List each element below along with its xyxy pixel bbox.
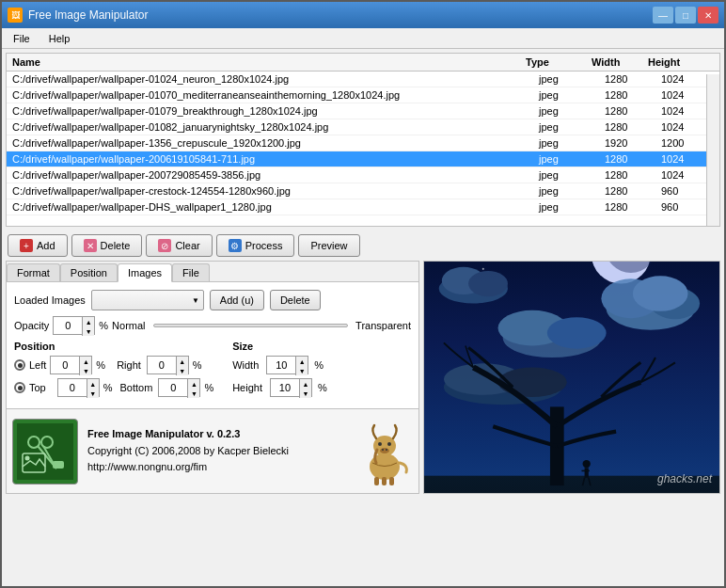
mascot (356, 416, 413, 486)
loaded-images-dropdown[interactable]: ▼ (91, 290, 204, 310)
bottom-spinner[interactable]: 0 ▲ ▼ (158, 378, 200, 397)
title-bar-left: 🖼 Free Image Manipulator (8, 8, 148, 23)
right-arrows[interactable]: ▲ ▼ (176, 357, 188, 375)
bottom-pct: % (204, 382, 213, 393)
top-arrows[interactable]: ▲ ▼ (87, 379, 99, 398)
col-name: Name (10, 56, 524, 69)
height-label: Height (232, 382, 262, 393)
right-spinner[interactable]: 0 ▲ ▼ (147, 356, 189, 374)
left-arrows[interactable]: ▲ ▼ (79, 357, 91, 375)
opacity-spinner[interactable]: 0 ▲ ▼ (53, 316, 95, 335)
process-button[interactable]: ⚙ Process (216, 234, 295, 257)
top-down[interactable]: ▼ (87, 389, 99, 398)
tab-format[interactable]: Format (7, 263, 60, 281)
close-button[interactable]: ✕ (698, 7, 718, 24)
width-label: Width (232, 359, 259, 371)
width-arrows[interactable]: ▲ ▼ (295, 357, 308, 375)
opacity-slider[interactable] (153, 324, 349, 327)
height-spinner[interactable]: 10 ▲ ▼ (270, 378, 312, 397)
svg-rect-48 (585, 468, 589, 477)
left-up[interactable]: ▲ (80, 357, 91, 366)
tab-position[interactable]: Position (60, 263, 118, 281)
cell-width: 1280 (603, 105, 659, 117)
table-row[interactable]: C:/drivef/wallpaper/wallpaper-1356_crepu… (7, 135, 719, 151)
table-row[interactable]: C:/drivef/wallpaper/wallpaper-01070_medi… (7, 87, 719, 103)
opacity-value: 0 (54, 317, 82, 334)
right-pct: % (193, 359, 202, 371)
title-controls: — □ ✕ (653, 7, 718, 24)
add-u-button[interactable]: Add (u) (210, 290, 264, 310)
table-body[interactable]: C:/drivef/wallpaper/wallpaper-01024_neur… (7, 72, 719, 223)
cell-name: C:/drivef/wallpaper/wallpaper-2007290854… (10, 169, 537, 181)
minimize-button[interactable]: — (653, 7, 673, 24)
cell-name: C:/drivef/wallpaper/wallpaper-01024_neur… (10, 73, 537, 85)
radio-top[interactable] (14, 382, 25, 393)
right-up[interactable]: ▲ (177, 357, 188, 366)
left-spinner[interactable]: 0 ▲ ▼ (50, 356, 92, 374)
tab-images[interactable]: Images (118, 263, 172, 282)
height-value: 10 (271, 379, 299, 396)
bottom-down[interactable]: ▼ (188, 389, 199, 398)
maximize-button[interactable]: □ (675, 7, 696, 24)
cell-type: jpeg (537, 153, 603, 165)
main-window: 🖼 Free Image Manipulator — □ ✕ File Help… (0, 0, 726, 588)
dropdown-arrow: ▼ (192, 296, 199, 305)
table-row[interactable]: C:/drivef/wallpaper/wallpaper-01082_janu… (7, 119, 719, 135)
left-row: Left 0 ▲ ▼ % Right 0 (14, 356, 213, 374)
table-row[interactable]: C:/drivef/wallpaper/wallpaper-crestock-1… (7, 183, 719, 199)
height-arrows[interactable]: ▲ ▼ (299, 379, 311, 398)
opacity-up[interactable]: ▲ (83, 317, 94, 326)
svg-point-13 (382, 449, 384, 451)
table-row[interactable]: C:/drivef/wallpaper/wallpaper-01024_neur… (7, 72, 719, 87)
menu-file[interactable]: File (6, 31, 38, 46)
width-spinner[interactable]: 10 ▲ ▼ (266, 356, 308, 374)
top-up[interactable]: ▲ (87, 379, 99, 389)
table-row[interactable]: C:/drivef/wallpaper/wallpaper-DHS_wallpa… (7, 199, 719, 215)
menu-help[interactable]: Help (41, 31, 78, 46)
table-row[interactable]: C:/drivef/wallpaper/wallpaper-2006191058… (7, 151, 719, 167)
bottom-up[interactable]: ▲ (188, 379, 199, 389)
right-label: Right (117, 359, 141, 371)
radio-left[interactable] (14, 359, 25, 371)
top-spinner[interactable]: 0 ▲ ▼ (57, 378, 100, 397)
preview-button[interactable]: Preview (298, 234, 359, 257)
svg-rect-5 (53, 461, 64, 469)
cell-type: jpeg (537, 105, 603, 117)
process-label: Process (245, 240, 283, 251)
window-title: Free Image Manipulator (28, 8, 148, 22)
delete-button[interactable]: ✕ Delete (71, 234, 143, 257)
width-down[interactable]: ▼ (296, 366, 308, 375)
top-value: 0 (58, 379, 87, 396)
opacity-arrows[interactable]: ▲ ▼ (82, 317, 94, 336)
clear-button[interactable]: ⊘ Clear (146, 234, 212, 257)
width-up[interactable]: ▲ (296, 357, 308, 366)
table-row[interactable]: C:/drivef/wallpaper/wallpaper-2007290854… (7, 167, 719, 183)
cell-type: jpeg (537, 169, 603, 181)
normal-label: Normal (112, 320, 145, 331)
preview-watermark: ghacks.net (657, 472, 712, 485)
table-row[interactable]: C:/drivef/wallpaper/wallpaper-01079_brea… (7, 103, 719, 119)
svg-rect-17 (389, 477, 394, 485)
cell-width: 1280 (603, 121, 659, 133)
preview-image: ghacks.net (424, 262, 719, 493)
bottom-label: Bottom (120, 382, 153, 393)
height-down[interactable]: ▼ (300, 389, 311, 398)
clear-label: Clear (175, 240, 199, 251)
svg-point-7 (25, 455, 30, 460)
position-section: Position Left 0 ▲ ▼ (14, 341, 213, 401)
bottom-arrows[interactable]: ▲ ▼ (187, 379, 199, 398)
opacity-down[interactable]: ▼ (83, 326, 94, 336)
cell-width: 1280 (603, 169, 659, 181)
height-up[interactable]: ▲ (300, 379, 311, 389)
scrollbar[interactable] (706, 74, 719, 226)
add-button[interactable]: + Add (8, 234, 68, 257)
svg-rect-15 (374, 477, 379, 485)
cell-type: jpeg (537, 73, 603, 85)
left-down[interactable]: ▼ (80, 366, 91, 375)
cell-name: C:/drivef/wallpaper/wallpaper-DHS_wallpa… (10, 201, 537, 213)
cell-width: 1280 (603, 153, 659, 165)
delete-image-button[interactable]: Delete (270, 290, 321, 310)
height-row: Height 10 ▲ ▼ % (232, 378, 411, 397)
tab-file[interactable]: File (172, 263, 210, 281)
right-down[interactable]: ▼ (177, 366, 188, 375)
